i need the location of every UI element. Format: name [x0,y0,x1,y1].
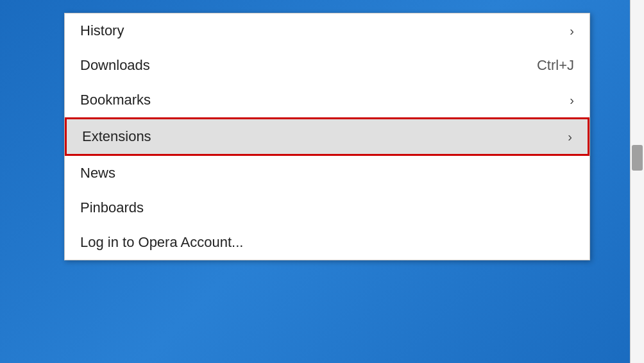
menu-item-news-label: News [80,165,115,182]
menu-item-extensions[interactable]: Extensions › [65,117,589,156]
menu-item-pinboards-label: Pinboards [80,199,144,216]
menu-item-login[interactable]: Log in to Opera Account... [65,225,589,260]
menu-item-extensions-label: Extensions [82,128,151,145]
context-menu: History › Downloads Ctrl+J Bookmarks › E… [64,13,590,260]
scrollbar-thumb[interactable] [632,145,643,171]
menu-item-extensions-arrow: › [568,130,572,144]
menu-item-pinboards[interactable]: Pinboards [65,190,589,225]
menu-item-history[interactable]: History › [65,13,589,48]
menu-item-history-arrow: › [570,24,574,38]
menu-item-downloads-label: Downloads [80,57,150,74]
menu-item-history-label: History [80,22,124,39]
menu-item-bookmarks-arrow: › [570,93,574,108]
menu-item-downloads-shortcut: Ctrl+J [537,57,574,74]
menu-item-bookmarks-label: Bookmarks [80,92,151,108]
menu-item-news[interactable]: News [65,156,589,190]
menu-item-login-label: Log in to Opera Account... [80,234,243,251]
menu-item-bookmarks[interactable]: Bookmarks › [65,83,589,117]
scrollbar-panel [630,0,644,363]
menu-item-downloads[interactable]: Downloads Ctrl+J [65,48,589,83]
